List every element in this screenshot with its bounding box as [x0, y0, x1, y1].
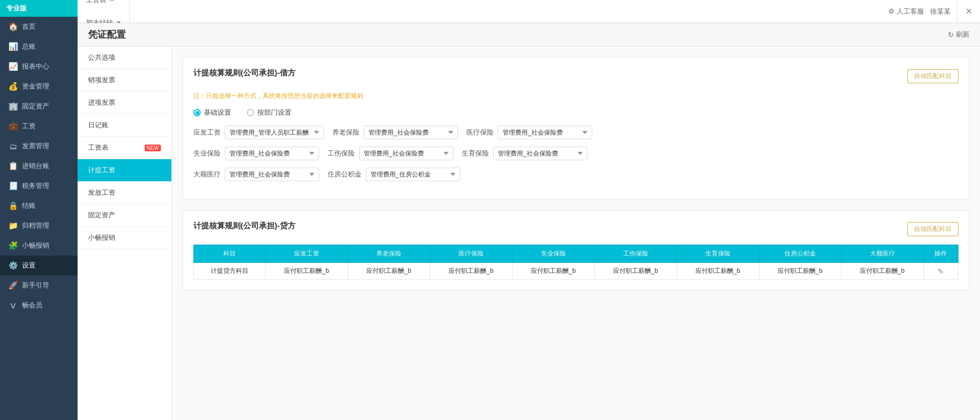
credit-section-header: 计提核算规则(公司承担)-贷方 自动匹配科目 — [193, 221, 959, 237]
sidebar-item-tax[interactable]: 🧾税务管理 — [0, 176, 78, 196]
debit-radio-group: 基础设置 按部门设置 — [193, 108, 959, 117]
left-nav-item-debit-invoice[interactable]: 进项发票 — [78, 92, 171, 114]
sidebar-icon-settings: ⚙️ — [8, 261, 18, 270]
user-name: 徐某某 — [930, 7, 951, 16]
sidebar-label-guide: 新手引导 — [22, 281, 49, 290]
sidebar-item-general-ledger[interactable]: 📊总账 — [0, 37, 78, 57]
sidebar-label-purchase-sale: 进销台账 — [22, 161, 49, 171]
left-nav-label-journal: 日记账 — [88, 120, 108, 130]
maternity-select[interactable]: 管理费用_社会保险费 — [493, 147, 587, 160]
user-info: ⚙ 人工客服 — [888, 7, 924, 16]
page-title: 凭证配置 — [88, 28, 126, 41]
sidebar-label-general-ledger: 总账 — [22, 42, 36, 51]
sidebar-label-home: 首页 — [22, 22, 36, 31]
sidebar-icon-tax: 🧾 — [8, 181, 18, 191]
radio-department-circle — [247, 109, 254, 116]
unemployment-select[interactable]: 管理费用_社会保险费 — [225, 147, 319, 160]
table-row: 计提贷方科目应付职工薪酬_b应付职工薪酬_b应付职工薪酬_b应付职工薪酬_b应付… — [194, 263, 959, 280]
th-医疗保险: 医疗保险 — [430, 245, 513, 263]
cell-col-6: 应付职工薪酬_b — [759, 263, 841, 280]
debit-section-note: 注：只能选择一种方式，系统将按照您当前的选择来配置规则 — [193, 92, 959, 101]
salary-select[interactable]: 管理费用_管理人员职工薪酬 — [225, 126, 324, 139]
debit-section: 计提核算规则(公司承担)-借方 自动匹配科目 注：只能选择一种方式，系统将按照您… — [182, 57, 970, 200]
sidebar-item-invoice[interactable]: 🗂发票管理 — [0, 136, 78, 156]
cell-col-3: 应付职工薪酬_b — [512, 263, 594, 280]
pension-select[interactable]: 管理费用_社会保险费 — [364, 126, 458, 139]
sidebar-item-archive[interactable]: 📁归档管理 — [0, 216, 78, 236]
th-住房公积金: 住房公积金 — [759, 245, 841, 263]
left-nav-item-payroll-table[interactable]: 工资表NEW — [78, 137, 171, 159]
sidebar-icon-home: 🏠 — [8, 22, 18, 31]
sidebar-item-guide[interactable]: 🚀新手引导 — [0, 275, 78, 295]
sidebar-item-vip[interactable]: V畅会员 — [0, 295, 78, 315]
sidebar-item-reports[interactable]: 📈报表中心 — [0, 57, 78, 76]
tab-payroll-table[interactable]: 工资表✕ — [78, 0, 130, 12]
medical-select[interactable]: 管理费用_社会保险费 — [498, 126, 592, 139]
sidebar: 专业版 🏠首页📊总账📈报表中心💰资金管理🏢固定资产💼工资🗂发票管理📋进销台账🧾税… — [0, 0, 78, 420]
window-close-button[interactable]: ✕ — [957, 0, 980, 23]
topbar-right: ⚙ 人工客服 徐某某 — [888, 7, 957, 16]
injury-label: 工伤保险 — [328, 149, 355, 158]
th-生育保险: 生育保险 — [677, 245, 759, 263]
sidebar-icon-reports: 📈 — [8, 62, 18, 71]
tab-close-payroll-table[interactable]: ✕ — [110, 0, 114, 3]
refresh-button[interactable]: ↻ 刷新 — [948, 30, 970, 39]
sidebar-item-closing[interactable]: 🔒结账 — [0, 196, 78, 216]
sidebar-item-settings[interactable]: ⚙️设置 — [0, 256, 78, 275]
debit-auto-match-button[interactable]: 自动匹配科目 — [907, 69, 959, 83]
refresh-icon: ↻ — [948, 31, 954, 39]
debit-form-row-2: 失业保险 管理费用_社会保险费 工伤保险 管理费用_社会保险费 生育保险 — [193, 147, 959, 160]
debit-form-row-3: 大额医疗 管理费用_社会保险费 住房公积金 管理费用_住房公积金 — [193, 168, 959, 181]
sidebar-item-finance[interactable]: 💰资金管理 — [0, 76, 78, 96]
radio-basic[interactable]: 基础设置 — [193, 108, 231, 117]
pension-label: 养老保险 — [332, 128, 360, 137]
credit-section-title: 计提核算规则(公司承担)-贷方 — [193, 221, 296, 231]
sidebar-item-payroll[interactable]: 💼工资 — [0, 116, 78, 136]
right-content: 计提核算规则(公司承担)-借方 自动匹配科目 注：只能选择一种方式，系统将按照您… — [172, 47, 980, 420]
sidebar-item-expense[interactable]: 🧩小畅报销 — [0, 236, 78, 256]
sidebar-icon-purchase-sale: 📋 — [8, 161, 18, 171]
field-medical: 医疗保险 管理费用_社会保险费 — [466, 126, 592, 139]
field-unemployment: 失业保险 管理费用_社会保险费 — [193, 147, 319, 160]
sidebar-label-reports: 报表中心 — [22, 62, 49, 71]
left-nav-label-distribute-payroll: 发放工资 — [88, 188, 115, 197]
field-major-medical: 大额医疗 管理费用_社会保险费 — [193, 168, 319, 181]
left-nav-item-distribute-payroll[interactable]: 发放工资 — [78, 182, 171, 204]
th-失业保险: 失业保险 — [512, 245, 594, 263]
debit-section-title: 计提核算规则(公司承担)-借方 — [193, 68, 296, 78]
sidebar-label-payroll: 工资 — [22, 121, 36, 131]
credit-table: 科目应发工资养老保险医疗保险失业保险工伤保险生育保险住房公积金大额医疗操作 计提… — [193, 245, 959, 280]
field-pension: 养老保险 管理费用_社会保险费 — [332, 126, 458, 139]
edit-icon[interactable]: ✎ — [938, 267, 944, 275]
sidebar-icon-general-ledger: 📊 — [8, 42, 18, 51]
radio-department[interactable]: 按部门设置 — [247, 108, 291, 117]
left-nav-item-credit-invoice[interactable]: 销项发票 — [78, 69, 171, 92]
radio-basic-circle — [193, 109, 201, 116]
left-nav: 公共选项销项发票进项发票日记账工资表NEW计提工资发放工资固定资产小畅报销 — [78, 47, 172, 420]
sidebar-item-fixed-assets[interactable]: 🏢固定资产 — [0, 96, 78, 116]
cell-col-4: 应付职工薪酬_b — [594, 263, 677, 280]
page-header: 凭证配置 ↻ 刷新 — [78, 23, 980, 47]
credit-auto-match-button[interactable]: 自动匹配科目 — [907, 222, 959, 236]
major-medical-select[interactable]: 管理费用_社会保险费 — [225, 168, 319, 181]
field-maternity: 生育保险 管理费用_社会保险费 — [462, 147, 587, 160]
left-nav-item-accrued-payroll[interactable]: 计提工资 — [78, 159, 171, 182]
sidebar-icon-expense: 🧩 — [8, 241, 18, 250]
sidebar-item-home[interactable]: 🏠首页 — [0, 17, 78, 37]
cell-action[interactable]: ✎ — [923, 263, 958, 280]
field-injury: 工伤保险 管理费用_社会保险费 — [328, 147, 453, 160]
left-nav-label-accrued-payroll: 计提工资 — [88, 165, 115, 175]
salary-label: 应发工资 — [193, 128, 221, 137]
left-nav-item-expense-nav[interactable]: 小畅报销 — [78, 227, 171, 249]
sidebar-icon-archive: 📁 — [8, 221, 18, 230]
th-应发工资: 应发工资 — [266, 245, 348, 263]
sidebar-item-purchase-sale[interactable]: 📋进销台账 — [0, 156, 78, 176]
left-nav-label-payroll-table: 工资表 — [88, 143, 108, 152]
left-nav-label-debit-invoice: 进项发票 — [88, 98, 115, 107]
left-nav-item-public-options[interactable]: 公共选项 — [78, 47, 171, 69]
housing-fund-select[interactable]: 管理费用_住房公积金 — [366, 168, 460, 181]
left-nav-item-fixed-assets-nav[interactable]: 固定资产 — [78, 204, 171, 227]
left-nav-item-journal[interactable]: 日记账 — [78, 114, 171, 137]
sidebar-label-invoice: 发票管理 — [22, 141, 49, 151]
injury-select[interactable]: 管理费用_社会保险费 — [359, 147, 453, 160]
